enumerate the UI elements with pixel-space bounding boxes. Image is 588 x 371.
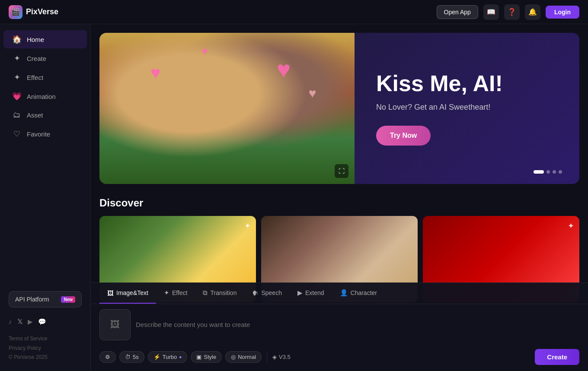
tab-character-label: Character (351, 289, 377, 296)
speech-icon: 🗣 (252, 289, 259, 297)
animation-icon: 💗 (12, 92, 22, 101)
tab-speech-label: Speech (261, 289, 281, 296)
settings-icon: ⚙ (105, 354, 110, 360)
video-card-3-icon: ✦ (568, 221, 574, 231)
version-icon: ◈ (272, 354, 277, 360)
sidebar-item-label: Asset (27, 111, 43, 119)
login-button[interactable]: Login (546, 6, 579, 19)
new-badge: New (61, 296, 75, 303)
discord-link[interactable]: 💬 (38, 318, 46, 326)
sidebar-item-label: Animation (27, 93, 56, 100)
sidebar-nav: 🏠 Home ✦ Create ✦ Effect 💗 Animation 🗂 A… (0, 29, 90, 286)
privacy-link[interactable]: Privacy Policy (9, 345, 41, 351)
duration-button[interactable]: ⏱ 5s (119, 351, 144, 363)
carousel-dots (534, 170, 562, 174)
terms-link[interactable]: Terms of Service (9, 336, 47, 342)
extend-icon: ▶ (297, 289, 303, 297)
sidebar-item-favorite[interactable]: ♡ Favorite (3, 125, 87, 143)
carousel-dot-4[interactable] (559, 170, 562, 174)
create-button[interactable]: Create (535, 349, 579, 365)
version-label: V3.5 (279, 354, 291, 360)
youtube-link[interactable]: ▶ (28, 318, 33, 326)
create-bar: 🖼 Image&Text ✦ Effect ⧉ Transition 🗣 Spe… (91, 282, 588, 371)
carousel-dot-1[interactable] (534, 170, 544, 174)
prompt-input[interactable] (136, 316, 579, 333)
footer-links: Terms of Service Privacy Policy © PixVer… (0, 331, 90, 366)
help-icon-button[interactable]: ❓ (504, 4, 520, 20)
character-icon: 👤 (340, 289, 348, 297)
copyright: © PixVerse 2025 (9, 353, 82, 362)
tab-extend-label: Extend (305, 289, 324, 296)
api-platform-button[interactable]: API Platform New (9, 291, 82, 308)
transition-icon: ⧉ (203, 289, 208, 297)
api-platform-label: API Platform (15, 296, 49, 303)
home-icon: 🏠 (12, 35, 22, 44)
hero-photo: ♥ ♥ ♥ ♥ (99, 33, 355, 184)
carousel-dot-2[interactable] (546, 170, 550, 174)
style-button[interactable]: ▣ Style (191, 351, 222, 363)
app-name: PixVerse (26, 7, 58, 16)
heart-decoration-2: ♥ (277, 56, 291, 83)
tiktok-link[interactable]: ♪ (9, 318, 12, 326)
video-card-1-icon: ✦ (244, 221, 251, 231)
open-app-button[interactable]: Open App (437, 5, 478, 19)
turbo-button[interactable]: ⚡ Turbo ● (148, 351, 188, 363)
create-icon: ✦ (12, 54, 22, 63)
tab-character[interactable]: 👤 Character (332, 283, 385, 304)
social-links: ♪ 𝕏 ▶ 💬 (0, 313, 90, 331)
image-text-icon: 🖼 (107, 289, 114, 297)
sidebar-item-label: Favorite (27, 130, 50, 138)
hero-banner: ♥ ♥ ♥ ♥ ⛶ Kiss Me, AI! No Lover? Get an … (99, 33, 579, 184)
hero-title: Kiss Me, AI! (376, 71, 558, 96)
discover-title: Discover (99, 197, 579, 209)
sidebar-item-asset[interactable]: 🗂 Asset (3, 106, 87, 124)
turbo-label: Turbo (163, 354, 177, 360)
try-now-button[interactable]: Try Now (376, 126, 431, 146)
logo-icon: 🎬 (9, 5, 22, 19)
settings-button[interactable]: ⚙ (99, 351, 116, 363)
duration-icon: ⏱ (125, 354, 131, 360)
sidebar-item-animation[interactable]: 💗 Animation (3, 87, 87, 105)
tab-transition[interactable]: ⧉ Transition (195, 283, 244, 304)
image-upload-button[interactable]: 🖼 (99, 309, 131, 340)
sidebar-item-effect[interactable]: ✦ Effect (3, 68, 87, 86)
tab-effect-label: Effect (172, 289, 188, 296)
effect-tab-icon: ✦ (164, 289, 169, 297)
asset-icon: 🗂 (12, 111, 22, 120)
create-options-row: ⚙ ⏱ 5s ⚡ Turbo ● ▣ Style ◎ Normal ◈ V3.5… (91, 346, 588, 371)
style-label: Style (204, 354, 216, 360)
expand-icon[interactable]: ⛶ (335, 164, 348, 178)
sidebar-item-create[interactable]: ✦ Create (3, 49, 87, 67)
quality-button[interactable]: ◎ Normal (225, 351, 262, 363)
sidebar-item-label: Home (27, 36, 44, 43)
carousel-dot-3[interactable] (553, 170, 556, 174)
topnav: 🎬 PixVerse Open App 📖 ❓ 🔔 Login (0, 0, 588, 24)
tab-extend[interactable]: ▶ Extend (290, 283, 332, 304)
turbo-icon: ⚡ (153, 354, 160, 360)
divider (267, 352, 267, 362)
hero-text-side: Kiss Me, AI! No Lover? Get an AI Sweethe… (355, 33, 579, 184)
favorite-icon: ♡ (12, 129, 22, 139)
duration-label: 5s (133, 354, 139, 360)
heart-decoration-3: ♥ (309, 86, 316, 101)
sidebar: 🏠 Home ✦ Create ✦ Effect 💗 Animation 🗂 A… (0, 24, 91, 371)
tab-image-text-label: Image&Text (116, 289, 148, 296)
heart-decoration-4: ♥ (201, 45, 208, 57)
style-icon: ▣ (196, 354, 201, 360)
sidebar-item-home[interactable]: 🏠 Home (3, 30, 87, 48)
tab-speech[interactable]: 🗣 Speech (244, 283, 289, 304)
sidebar-footer: API Platform New (0, 286, 90, 313)
book-icon-button[interactable]: 📖 (483, 4, 499, 20)
x-link[interactable]: 𝕏 (17, 318, 22, 326)
tab-image-text[interactable]: 🖼 Image&Text (99, 283, 156, 304)
sidebar-item-label: Create (27, 55, 46, 62)
bell-icon-button[interactable]: 🔔 (525, 4, 540, 20)
quality-label: Normal (238, 354, 256, 360)
topnav-right: Open App 📖 ❓ 🔔 Login (437, 4, 579, 20)
hero-image-side: ♥ ♥ ♥ ♥ ⛶ (99, 33, 355, 184)
effect-icon: ✦ (12, 73, 22, 82)
logo[interactable]: 🎬 PixVerse (9, 5, 58, 19)
hero-subtitle: No Lover? Get an AI Sweetheart! (376, 103, 558, 112)
tab-effect[interactable]: ✦ Effect (156, 283, 195, 304)
version-badge: ◈ V3.5 (272, 354, 291, 360)
